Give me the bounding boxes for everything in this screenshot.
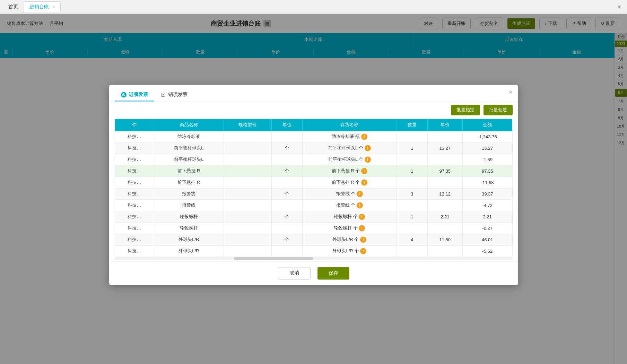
tab-home[interactable]: 首页 <box>3 2 24 12</box>
td-cunhuo: 报警线 个 ! <box>302 200 397 211</box>
tab-jinxiang[interactable]: 进项发票 <box>115 89 154 101</box>
tab-ledger-label: 进销台账 <box>29 4 49 10</box>
td-shangpin: 轮毂螺杆 <box>154 223 224 234</box>
td-shuliang: 1 <box>397 211 427 223</box>
td-danjia: 13.12 <box>427 188 462 200</box>
table-row[interactable]: 科技… 报警线 个 报警线 个 ! 3 13.12 39.37 <box>115 188 512 200</box>
tab-xiaoxiang[interactable]: 销项发票 <box>154 89 194 101</box>
td-guige <box>224 245 271 257</box>
th-shangpin: 商品名称 <box>154 119 224 131</box>
table-row[interactable]: 科技… 前平衡杆球头L 前平衡杆球头L 个 ! -1.59 <box>115 154 512 165</box>
td-shuliang <box>397 200 427 211</box>
window-close-button[interactable]: × <box>617 3 621 11</box>
td-jine: -1,243.76 <box>462 131 512 142</box>
td-kehu: 科技… <box>115 234 154 245</box>
td-shuliang <box>397 154 427 165</box>
td-danwei <box>271 154 302 165</box>
table-row[interactable]: 科技… 前下悬挂 R 个 前下悬挂 R 个 ! 1 97.35 97.35 <box>115 165 512 177</box>
td-shangpin: 前平衡杆球头L <box>154 154 224 165</box>
td-kehu: 科技… <box>115 131 154 142</box>
warning-icon: ! <box>360 248 366 254</box>
main-area: 销售成本计算方法： 月平均 商贸企业进销台账 ▤ 对账 重新开账 存货别名 生成… <box>0 14 627 364</box>
td-guige <box>224 165 271 177</box>
td-guige <box>224 211 271 223</box>
modal-toolbar: 批量指定 批量创建 <box>109 101 518 119</box>
warning-icon: ! <box>359 214 365 220</box>
td-shangpin: 前下悬挂 R <box>154 177 224 188</box>
td-jine: -5.52 <box>462 245 512 257</box>
td-danjia: 97.35 <box>427 165 462 177</box>
table-row[interactable]: 科技… 外球头L/R 个 外球头L/R 个 ! 4 11.50 46.01 <box>115 234 512 245</box>
warning-icon: ! <box>365 145 371 151</box>
tab-ledger[interactable]: 进销台账 × <box>24 1 61 12</box>
td-danwei <box>271 131 302 142</box>
th-kehu: 你 <box>115 119 154 131</box>
pizhi-button[interactable]: 批量指定 <box>451 105 480 115</box>
td-kehu: 科技… <box>115 211 154 223</box>
td-danwei: 个 <box>271 211 302 223</box>
td-guige <box>224 131 271 142</box>
th-cunhuo: 存货名称 <box>302 119 397 131</box>
td-shuliang <box>397 245 427 257</box>
table-row[interactable]: 科技… 前下悬挂 R 前下悬挂 R 个 ! -11.68 <box>115 177 512 188</box>
td-danwei <box>271 177 302 188</box>
td-danwei: 个 <box>271 142 302 154</box>
top-tab-bar: 首页 进销台账 × × <box>0 0 627 14</box>
td-danjia <box>427 223 462 234</box>
td-jine: -4.72 <box>462 200 512 211</box>
td-danjia <box>427 177 462 188</box>
td-guige <box>224 200 271 211</box>
td-jine: -1.59 <box>462 154 512 165</box>
td-danwei: 个 <box>271 234 302 245</box>
td-kehu: 科技… <box>115 177 154 188</box>
td-shuliang: 4 <box>397 234 427 245</box>
xiaoxiang-tab-icon <box>160 92 166 97</box>
table-row[interactable]: 科技… 防冻冷却液 防冻冷却液 瓶 ! -1,243.76 <box>115 131 512 142</box>
td-shuliang: 1 <box>397 165 427 177</box>
warning-icon: ! <box>357 191 363 197</box>
td-danjia: 11.50 <box>427 234 462 245</box>
cancel-button[interactable]: 取消 <box>278 267 311 279</box>
td-kehu: 科技… <box>115 165 154 177</box>
save-button[interactable]: 保存 <box>317 267 349 279</box>
td-guige <box>224 234 271 245</box>
td-kehu: 科技… <box>115 245 154 257</box>
table-row[interactable]: 科技… 外球头L/R 外球头L/R 个 ! -5.52 <box>115 245 512 257</box>
jinxiang-tab-icon <box>121 92 127 97</box>
table-row[interactable]: 科技… 前平衡杆球头L 个 前平衡杆球头L 个 ! 1 13.27 13.27 <box>115 142 512 154</box>
warning-icon: ! <box>361 179 367 185</box>
modal-table: 你 商品名称 规格型号 单位 存货名称 数量 单价 金额 科技… 防冻冷却液 防… <box>115 119 513 257</box>
warning-icon: ! <box>357 202 363 208</box>
table-row[interactable]: 科技… 报警线 报警线 个 ! -4.72 <box>115 200 512 211</box>
td-guige <box>224 188 271 200</box>
td-guige <box>224 223 271 234</box>
table-row[interactable]: 科技… 轮毂螺杆 轮毂螺杆 个 ! -0.27 <box>115 223 512 234</box>
modal-dialog: 进项发票 销项发票 × 批量指定 批量创建 你 商品名称 <box>109 85 518 285</box>
table-row[interactable]: 科技… 轮毂螺杆 个 轮毂螺杆 个 ! 1 2.21 2.21 <box>115 211 512 223</box>
th-shuliang: 数量 <box>397 119 427 131</box>
td-jine: 13.27 <box>462 142 512 154</box>
td-danjia: 13.27 <box>427 142 462 154</box>
warning-icon: ! <box>365 156 371 163</box>
modal-table-wrap[interactable]: 你 商品名称 规格型号 单位 存货名称 数量 单价 金额 科技… 防冻冷却液 防… <box>109 119 518 257</box>
td-danjia: 2.21 <box>427 211 462 223</box>
piliangchuang-button[interactable]: 批量创建 <box>484 105 513 115</box>
td-danwei <box>271 245 302 257</box>
td-shuliang: 1 <box>397 142 427 154</box>
modal-close-button[interactable]: × <box>509 89 513 96</box>
td-cunhuo: 防冻冷却液 瓶 ! <box>302 131 397 142</box>
td-danjia <box>427 154 462 165</box>
td-shuliang: 3 <box>397 188 427 200</box>
td-cunhuo: 轮毂螺杆 个 ! <box>302 223 397 234</box>
td-jine: 97.35 <box>462 165 512 177</box>
td-danwei <box>271 223 302 234</box>
td-kehu: 科技… <box>115 154 154 165</box>
td-guige <box>224 177 271 188</box>
modal-scrollbar[interactable] <box>115 257 513 260</box>
td-danwei <box>271 200 302 211</box>
tab-ledger-close[interactable]: × <box>52 5 55 9</box>
td-jine: -0.27 <box>462 223 512 234</box>
td-guige <box>224 154 271 165</box>
td-cunhuo: 前平衡杆球头L 个 ! <box>302 154 397 165</box>
td-shuliang <box>397 223 427 234</box>
